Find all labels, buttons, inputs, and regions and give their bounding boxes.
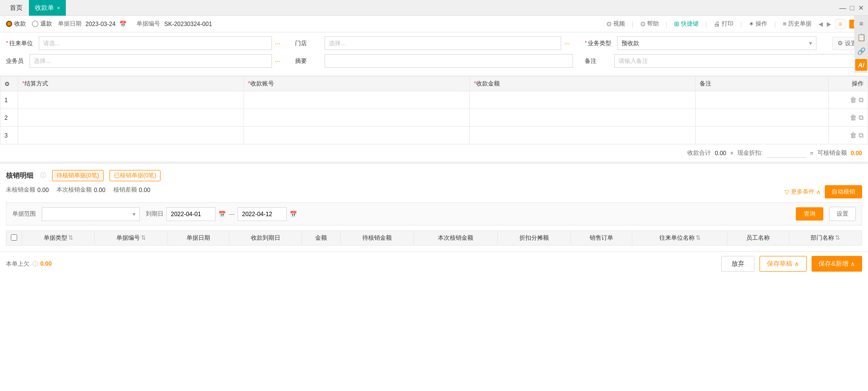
done-tab[interactable]: 已核销单据(0笔) (109, 170, 161, 181)
settlement-cell-3[interactable] (18, 127, 244, 144)
draft-arrow-icon[interactable]: ∧ (794, 260, 799, 268)
sales-person-more-icon[interactable]: ··· (272, 57, 284, 65)
amount-cell-1[interactable] (470, 91, 696, 109)
minimize-icon[interactable]: — (840, 4, 846, 12)
sale-order-header: 销售订单 (570, 231, 632, 246)
verify-actions: ▽ 更多条件 ∧ 自动核销 (785, 185, 862, 198)
maximize-icon[interactable]: □ (850, 4, 854, 12)
current-verify-value: 0.00 (94, 187, 105, 194)
copy-row-3-icon[interactable]: ⧉ (859, 131, 864, 140)
delete-row-2-icon[interactable]: 🗑 (850, 113, 857, 122)
amount-cell-2[interactable] (470, 109, 696, 127)
verify-sub-row: 未核销金额 0.00 本次核销金额 0.00 核销差额 0.00 ▽ 更多条件 … (6, 185, 862, 198)
remark-cell-2[interactable] (696, 109, 829, 127)
remark-cell-3[interactable] (696, 127, 829, 144)
account-cell-2[interactable] (244, 109, 470, 127)
remark-cell-1[interactable] (696, 91, 829, 109)
row-num-2: 2 (0, 109, 18, 127)
current-verify-amount: 本次核销金额 0.00 (56, 186, 105, 194)
receipt-table: ⚙ *结算方式 *收款账号 *收款金额 备注 操作 (0, 76, 868, 144)
form-row-1: * 往来单位 ··· 门店 选择... ··· * 业务类型 预收款 ▾ (6, 36, 862, 50)
date-from-input[interactable] (166, 207, 216, 221)
panel-grid-btn[interactable]: ≡ (855, 18, 867, 29)
close-window-icon[interactable]: ✕ (858, 4, 864, 12)
filter-settings-btn[interactable]: 设置 (829, 207, 856, 221)
calendar-icon[interactable]: 📅 (119, 21, 127, 28)
receipt-radio[interactable]: 收款 (6, 20, 26, 28)
row-num-3: 3 (0, 127, 18, 144)
nav-prev-icon[interactable]: ◀ (818, 21, 823, 28)
doc-num-label: 单据编号 (136, 20, 160, 28)
date-to-cal-icon[interactable]: 📅 (290, 211, 297, 218)
history-btn[interactable]: ≡ 历史单据 (780, 19, 814, 29)
store-more-icon[interactable]: ··· (561, 39, 573, 47)
account-cell-3[interactable] (244, 127, 470, 144)
tab-home[interactable]: 首页 (4, 0, 29, 16)
verify-info-icon[interactable]: ⓘ (40, 171, 46, 180)
save-arrow-icon[interactable]: ∧ (850, 260, 855, 268)
delete-row-1-icon[interactable]: 🗑 (850, 96, 857, 104)
doc-range-arrow: ▾ (133, 211, 136, 218)
save-label: 保存&新增 (818, 259, 848, 268)
counterparty-input[interactable] (39, 36, 272, 50)
bottom-info-icon[interactable]: ⓘ (32, 260, 38, 268)
more-conditions-btn[interactable]: ▽ 更多条件 ∧ (785, 188, 821, 196)
save-btn[interactable]: 保存&新增 ∧ (812, 256, 862, 272)
query-btn[interactable]: 查询 (796, 207, 823, 221)
pending-amount-header: 待核销金额 (341, 231, 413, 246)
settlement-cell-2[interactable] (18, 109, 244, 127)
right-panel: ≡ 📋 🔗 Ai (854, 16, 868, 73)
discount-input[interactable] (767, 148, 806, 158)
done-tab-label: 已核销单据(0笔) (114, 171, 157, 180)
remark-input[interactable] (614, 54, 862, 68)
biz-type-select[interactable]: 预收款 ▾ (617, 36, 816, 50)
close-tab-icon[interactable]: × (57, 5, 60, 11)
due-date-header: 收款到期日 (229, 231, 301, 246)
print-label: 打印 (722, 20, 733, 28)
main-content: 收款 退款 单据日期 2023-03-24 📅 单据编号 SK-20230324… (0, 16, 868, 391)
total-label: 收款合计 (687, 149, 711, 157)
panel-link-btn[interactable]: 🔗 (855, 45, 867, 57)
nav-next-icon[interactable]: ▶ (827, 21, 831, 28)
check-all-header[interactable] (6, 231, 22, 246)
store-select[interactable]: 选择... (325, 36, 561, 50)
gear-icon[interactable]: ⚙ (4, 81, 10, 87)
verify-amount-header: 本次核销金额 (413, 231, 497, 246)
amount-cell-3[interactable] (470, 127, 696, 144)
ops-btn[interactable]: ✶ 操作 (746, 19, 770, 29)
help-btn[interactable]: ⊙ 帮助 (637, 19, 662, 29)
shortcut-btn[interactable]: ⊞ 快捷键 (671, 19, 702, 29)
doc-range-select[interactable]: ▾ (42, 207, 140, 221)
total-value: 0.00 (715, 150, 726, 157)
settlement-cell-1[interactable] (18, 91, 244, 109)
summary-input[interactable] (325, 54, 572, 68)
draft-btn[interactable]: 保存草稿 ∧ (760, 256, 807, 272)
panel-doc-btn[interactable]: 📋 (855, 31, 867, 43)
verify-title: 核销明细 (6, 171, 33, 180)
copy-row-2-icon[interactable]: ⧉ (859, 113, 864, 122)
counterparty-more-icon[interactable]: ··· (272, 39, 284, 47)
refund-radio[interactable]: 退款 (32, 20, 52, 28)
verify-table-container: 单据类型⇅ 单据编号⇅ 单据日期 收款到期日 金额 待核销金额 本次核销金额 折… (6, 230, 862, 246)
view-toggle-btn[interactable]: ≡ (835, 19, 845, 29)
auto-verify-btn[interactable]: 自动核销 (825, 185, 862, 198)
sales-person-select[interactable]: 选择... (29, 54, 272, 68)
copy-row-1-icon[interactable]: ⧉ (859, 96, 864, 104)
ops-label: 操作 (756, 20, 767, 28)
video-btn[interactable]: ⊙ 视频 (603, 19, 628, 29)
ops-icon: ✶ (749, 20, 754, 28)
chevron-up-icon: ∧ (816, 189, 821, 196)
check-all-checkbox[interactable] (11, 234, 17, 241)
date-from-cal-icon[interactable]: 📅 (218, 211, 226, 218)
date-to-input[interactable] (238, 207, 287, 221)
abandon-btn[interactable]: 放弃 (721, 256, 755, 272)
delete-row-3-icon[interactable]: 🗑 (850, 131, 857, 140)
gear-header[interactable]: ⚙ (0, 77, 18, 91)
tab-receipt[interactable]: 收款单 × (29, 0, 66, 16)
net-value: 0.00 (851, 150, 862, 157)
pending-tab[interactable]: 待核销单据(0笔) (52, 170, 104, 181)
account-cell-1[interactable] (244, 91, 470, 109)
print-btn[interactable]: 🖨 打印 (711, 19, 736, 29)
panel-ai-btn[interactable]: Ai (855, 59, 867, 71)
biz-type-arrow: ▾ (809, 40, 812, 47)
